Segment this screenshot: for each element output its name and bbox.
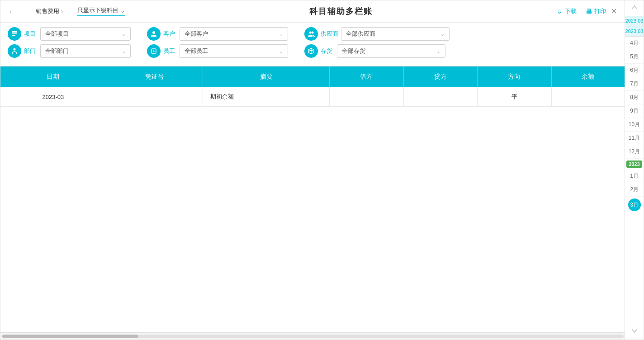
svg-rect-1 xyxy=(12,33,17,34)
filter-item-customer: 客户 全部客户 ⌄ xyxy=(147,27,288,41)
sidebar-period-2023-03-top[interactable]: 2023.03 xyxy=(625,16,644,26)
year-badge: 2023 xyxy=(626,161,642,168)
filter-item-supplier: 供应商 全部供应商 ⌄ xyxy=(304,27,450,41)
svg-rect-2 xyxy=(12,35,15,36)
cell-balance xyxy=(551,87,625,107)
customer-value: 全部客户 xyxy=(185,30,208,38)
employee-value: 全部员工 xyxy=(185,47,208,55)
sidebar-nav-up[interactable] xyxy=(625,0,644,16)
svg-point-3 xyxy=(309,32,312,34)
print-button[interactable]: 🖶 打印 xyxy=(586,7,606,15)
col-balance: 余额 xyxy=(551,66,625,87)
col-voucher: 凭证号 xyxy=(106,66,203,87)
account-code-input[interactable]: 6601 xyxy=(14,6,34,17)
filter-item-employee: 员工 全部员工 ⌄ xyxy=(147,44,288,58)
filter-row-2: 部门 全部部门 ⌄ 员工 全部员工 ⌄ xyxy=(8,44,617,58)
horizontal-scrollbar[interactable] xyxy=(0,332,625,340)
active-month-container[interactable]: 3月 xyxy=(625,197,644,213)
show-sub-chevron: ⌄ xyxy=(120,7,125,14)
customer-arrow: ⌄ xyxy=(279,31,283,37)
sidebar-month-12[interactable]: 12月 xyxy=(625,145,644,159)
svg-point-4 xyxy=(312,32,314,34)
table-header-row: 日期 凭证号 摘要 借方 贷方 方向 余额 xyxy=(0,66,625,87)
supplier-arrow: ⌄ xyxy=(440,31,445,37)
project-label: 项目 xyxy=(24,30,38,38)
header-bar: ‹ 6601 销售费用 › 只显示下级科目 ⌄ 科目辅助多栏账 ⇓ 下载 🖶 打… xyxy=(0,0,625,23)
supplier-icon xyxy=(304,27,318,41)
sidebar-period-2023-03-second[interactable]: 2023.03 xyxy=(625,26,644,37)
page-title: 科目辅助多栏账 xyxy=(125,6,557,17)
sidebar-month-5[interactable]: 5月 xyxy=(625,50,644,64)
print-label: 打印 xyxy=(594,7,606,15)
col-summary: 摘要 xyxy=(203,66,330,87)
supplier-select[interactable]: 全部供应商 ⌄ xyxy=(341,27,450,41)
inventory-value: 全部存货 xyxy=(342,47,365,55)
table-row: 2023-03 期初余额 平 xyxy=(0,87,625,107)
cell-credit xyxy=(403,87,478,107)
sidebar-month-7[interactable]: 7月 xyxy=(625,77,644,91)
cell-date: 2023-03 xyxy=(0,87,106,107)
sidebar-month-2[interactable]: 2月 xyxy=(625,183,644,197)
cell-summary: 期初余额 xyxy=(203,87,330,107)
sidebar-month-10[interactable]: 10月 xyxy=(625,118,644,132)
nav-prev-arrow[interactable]: ‹ xyxy=(8,8,14,15)
supplier-value: 全部供应商 xyxy=(346,30,375,38)
svg-point-5 xyxy=(14,48,16,51)
account-code-group: 6601 销售费用 xyxy=(14,6,59,17)
inventory-icon xyxy=(304,44,318,58)
sidebar-month-4[interactable]: 4月 xyxy=(625,37,644,50)
show-sub-toggle[interactable]: 只显示下级科目 ⌄ xyxy=(77,6,125,16)
col-direction: 方向 xyxy=(478,66,552,87)
inventory-label: 存货 xyxy=(321,47,334,55)
filter-item-project: 项目 全部项目 ⌄ xyxy=(8,27,131,41)
cell-voucher xyxy=(106,87,203,107)
project-select[interactable]: 全部项目 ⌄ xyxy=(40,27,131,41)
close-button[interactable]: ✕ xyxy=(611,6,617,16)
nav-next-arrow[interactable]: › xyxy=(59,8,65,15)
department-icon xyxy=(8,44,21,58)
project-arrow: ⌄ xyxy=(122,31,126,37)
col-date: 日期 xyxy=(0,66,106,87)
inventory-select[interactable]: 全部存货 ⌄ xyxy=(337,44,445,58)
customer-select[interactable]: 全部客户 ⌄ xyxy=(180,27,288,41)
department-value: 全部部门 xyxy=(45,47,69,55)
supplier-label: 供应商 xyxy=(321,30,338,38)
year-badge-container: 2023 xyxy=(625,159,644,170)
sidebar-month-11[interactable]: 11月 xyxy=(625,132,644,145)
cell-direction: 平 xyxy=(478,87,552,107)
scrollbar-track xyxy=(2,335,624,338)
employee-select[interactable]: 全部员工 ⌄ xyxy=(180,44,288,58)
project-value: 全部项目 xyxy=(45,30,69,38)
scrollbar-thumb[interactable] xyxy=(2,335,138,338)
filter-bar: 项目 全部项目 ⌄ 客户 全部客户 ⌄ xyxy=(0,23,625,66)
sidebar-month-6[interactable]: 6月 xyxy=(625,64,644,77)
svg-rect-0 xyxy=(12,31,17,33)
active-month-circle[interactable]: 3月 xyxy=(628,198,641,211)
employee-arrow: ⌄ xyxy=(279,48,283,54)
sidebar-month-1[interactable]: 1月 xyxy=(625,170,644,183)
data-table: 日期 凭证号 摘要 借方 贷方 方向 余额 2023-03 期初余额 xyxy=(0,66,625,107)
department-arrow: ⌄ xyxy=(122,48,126,54)
department-select[interactable]: 全部部门 ⌄ xyxy=(40,44,131,58)
print-icon: 🖶 xyxy=(586,8,592,15)
right-sidebar: 2023.03 2023.03 4月 5月 6月 7月 8月 9月 10月 11… xyxy=(625,0,644,340)
main-content-area: ‹ 6601 销售费用 › 只显示下级科目 ⌄ 科目辅助多栏账 ⇓ 下载 🖶 打… xyxy=(0,0,625,332)
table-wrapper: 日期 凭证号 摘要 借方 贷方 方向 余额 2023-03 期初余额 xyxy=(0,66,625,107)
inventory-arrow: ⌄ xyxy=(436,48,440,54)
header-actions: ⇓ 下载 🖶 打印 xyxy=(557,7,606,15)
customer-label: 客户 xyxy=(163,30,177,38)
sidebar-month-8[interactable]: 8月 xyxy=(625,91,644,104)
sidebar-nav-down[interactable] xyxy=(625,324,644,340)
filter-row-1: 项目 全部项目 ⌄ 客户 全部客户 ⌄ xyxy=(8,27,617,41)
sidebar-month-9[interactable]: 9月 xyxy=(625,104,644,118)
main-container: ‹ 6601 销售费用 › 只显示下级科目 ⌄ 科目辅助多栏账 ⇓ 下载 🖶 打… xyxy=(0,0,644,340)
employee-icon xyxy=(147,44,161,58)
employee-label: 员工 xyxy=(163,47,177,55)
download-button[interactable]: ⇓ 下载 xyxy=(557,7,577,15)
col-credit: 贷方 xyxy=(403,66,478,87)
show-sub-label: 只显示下级科目 xyxy=(77,6,118,14)
customer-icon xyxy=(147,27,161,41)
cell-debit xyxy=(330,87,404,107)
download-label: 下载 xyxy=(565,7,577,15)
col-debit: 借方 xyxy=(330,66,404,87)
